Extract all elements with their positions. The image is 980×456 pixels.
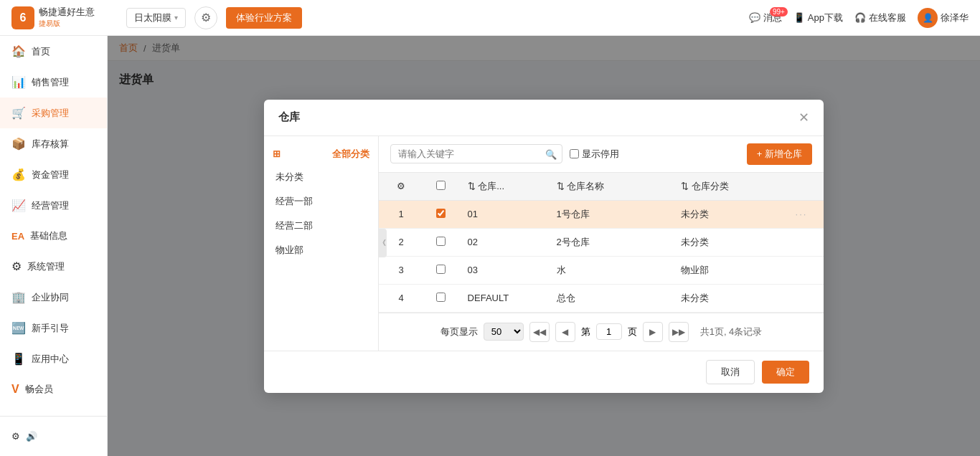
category-item-property[interactable]: 物业部: [264, 238, 378, 262]
row-index: 3: [379, 256, 423, 284]
total-info: 共1页, 4条记录: [700, 326, 763, 338]
category-all-label[interactable]: 全部分类: [332, 148, 369, 161]
row-index: 1: [379, 200, 423, 228]
settings-bottom-icon2: 🔊: [26, 431, 37, 442]
sidebar-item-finance[interactable]: 💰 资金管理: [0, 159, 107, 190]
table-row[interactable]: 2 02 2号仓库 未分类: [379, 228, 824, 256]
col-header-name: ⇅ 仓库名称: [548, 173, 673, 201]
gear-icon-header: ⚙: [397, 181, 405, 191]
row-name: 1号仓库: [548, 200, 673, 228]
message-item[interactable]: 💬 消息 99+: [749, 11, 782, 24]
more-dots[interactable]: ···: [796, 209, 808, 219]
top-nav: 6 畅捷通好生意 捷易版 日太阳膜 ▾ ⚙ 体验行业方案 💬 消息 99+ 📱 …: [0, 0, 980, 36]
page-input[interactable]: [596, 323, 622, 340]
category-collapse-button[interactable]: 《: [378, 229, 387, 257]
row-checkbox[interactable]: [436, 293, 446, 302]
sort-icon-cat: ⇅: [681, 181, 689, 191]
member-icon: V: [11, 383, 19, 396]
table-toolbar: 🔍 显示停用 + 新增仓库: [379, 136, 824, 173]
sidebar-item-purchase[interactable]: 🛒 采购管理: [0, 98, 107, 128]
system-icon: ⚙: [11, 260, 22, 273]
modal-close-button[interactable]: ✕: [798, 110, 809, 125]
sidebar-item-system[interactable]: ⚙ 系统管理: [0, 251, 107, 282]
sidebar: 🏠 首页 📊 销售管理 🛒 采购管理 📦 库存核算 💰 资金管理 📈 经营管理 …: [0, 36, 108, 456]
sidebar-item-sales[interactable]: 📊 销售管理: [0, 67, 107, 98]
apps-icon: 📱: [11, 352, 26, 366]
message-icon: 💬: [749, 12, 760, 23]
table-row[interactable]: 3 03 水 物业部: [379, 256, 824, 284]
grid-icon: ⊞: [273, 148, 281, 159]
sidebar-item-guide[interactable]: 🆕 新手引导: [0, 313, 107, 343]
sidebar-label-basic: 基础信息: [30, 229, 67, 242]
operation-icon: 📈: [11, 199, 26, 212]
select-all-checkbox[interactable]: [436, 181, 446, 190]
sidebar-item-basic[interactable]: EA 基础信息: [0, 221, 107, 251]
cancel-button[interactable]: 取消: [706, 360, 755, 384]
row-name: 2号仓库: [548, 228, 673, 256]
category-item-dept1[interactable]: 经营一部: [264, 189, 378, 214]
row-checkbox-cell: [423, 284, 459, 312]
sidebar-settings-bottom[interactable]: ⚙ 🔊: [0, 422, 107, 450]
col-header-check: [423, 173, 459, 201]
user-item[interactable]: 👤 徐泽华: [918, 8, 969, 28]
settings-bottom-icon: ⚙: [11, 431, 20, 442]
confirm-button[interactable]: 确定: [762, 361, 809, 384]
sidebar-label-finance: 资金管理: [32, 168, 69, 181]
table-row[interactable]: 4 DEFAULT 总仓 未分类: [379, 284, 824, 312]
try-industry-button[interactable]: 体验行业方案: [226, 7, 302, 29]
sidebar-item-member[interactable]: V 畅会员: [0, 374, 107, 404]
sidebar-label-home: 首页: [32, 45, 50, 58]
app-download-label: App下载: [808, 11, 843, 24]
store-selector[interactable]: 日太阳膜 ▾: [126, 8, 186, 28]
row-more-cell: [779, 228, 824, 256]
sales-icon: 📊: [11, 75, 26, 89]
row-checkbox-cell: [423, 228, 459, 256]
search-input[interactable]: [390, 144, 562, 163]
last-page-button[interactable]: ▶▶: [669, 322, 689, 342]
show-disabled-label: 显示停用: [582, 148, 619, 161]
next-page-button[interactable]: ▶: [643, 322, 663, 342]
sort-icon: ⇅: [468, 181, 476, 191]
sidebar-label-system: 系统管理: [27, 260, 65, 273]
row-name: 水: [548, 256, 673, 284]
row-category: 未分类: [672, 284, 779, 312]
search-icon[interactable]: 🔍: [545, 148, 557, 159]
warehouse-table: ⚙ ⇅ 仓库...: [379, 173, 824, 313]
online-service-item[interactable]: 🎧 在线客服: [854, 11, 906, 24]
row-code: 03: [459, 256, 548, 284]
row-more-cell: [779, 256, 824, 284]
app-download-item[interactable]: 📱 App下载: [793, 11, 843, 24]
row-code: 02: [459, 228, 548, 256]
sidebar-bottom: ⚙ 🔊: [0, 416, 107, 456]
show-disabled-checkbox[interactable]: [570, 149, 579, 158]
sidebar-item-company[interactable]: 🏢 企业协同: [0, 282, 107, 313]
row-checkbox[interactable]: [436, 209, 446, 218]
sidebar-item-operation[interactable]: 📈 经营管理: [0, 190, 107, 221]
sidebar-item-apps[interactable]: 📱 应用中心: [0, 343, 107, 374]
row-checkbox[interactable]: [436, 265, 446, 274]
main-layout: 🏠 首页 📊 销售管理 🛒 采购管理 📦 库存核算 💰 资金管理 📈 经营管理 …: [0, 36, 980, 456]
first-page-button[interactable]: ◀◀: [529, 322, 550, 342]
content-area: 首页 / 进货单 进货单 仓库 ✕ ⊞: [108, 36, 980, 456]
page-label: 第: [581, 326, 590, 338]
category-item-dept2[interactable]: 经营二部: [264, 214, 378, 238]
row-category: 未分类: [672, 200, 779, 228]
settings-button[interactable]: ⚙: [194, 6, 217, 29]
search-input-wrap: 🔍: [390, 144, 562, 163]
table-area: 🔍 显示停用 + 新增仓库: [379, 136, 824, 351]
user-avatar: 👤: [918, 8, 938, 28]
user-name: 徐泽华: [941, 11, 969, 24]
category-item-unclassified[interactable]: 未分类: [264, 165, 378, 189]
online-service-label: 在线客服: [869, 11, 906, 24]
prev-page-button[interactable]: ◀: [555, 322, 575, 342]
per-page-select[interactable]: 50 10 20 100: [484, 323, 524, 341]
sidebar-label-purchase: 采购管理: [32, 107, 69, 120]
col-header-code: ⇅ 仓库...: [459, 173, 548, 201]
table-row[interactable]: 1 01 1号仓库 未分类 ···: [379, 200, 824, 228]
row-checkbox[interactable]: [436, 237, 446, 246]
row-category: 物业部: [672, 256, 779, 284]
add-warehouse-button[interactable]: + 新增仓库: [747, 143, 812, 165]
sidebar-item-stock[interactable]: 📦 库存核算: [0, 128, 107, 159]
col-header-gear: ⚙: [379, 173, 423, 201]
sidebar-item-home[interactable]: 🏠 首页: [0, 36, 107, 67]
